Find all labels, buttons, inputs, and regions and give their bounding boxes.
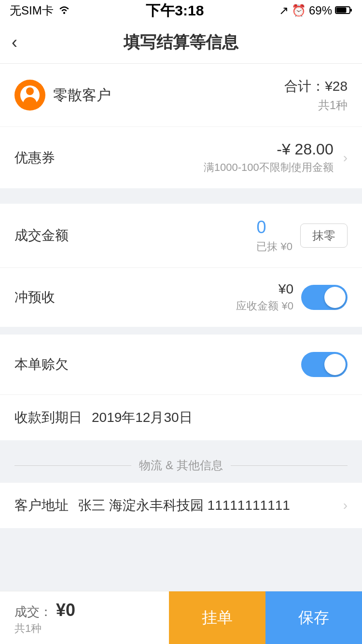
transaction-value[interactable]: 0 (256, 217, 292, 238)
location-icon: ↗ (279, 4, 289, 17)
coupon-stack: -¥ 28.00 满1000-100不限制使用金额 (204, 140, 334, 175)
transaction-value-stack: 0 已抹 ¥0 (256, 217, 292, 254)
section-divider-1 (0, 196, 362, 204)
wifi-icon (57, 4, 71, 17)
transaction-input-group: 0 已抹 ¥0 抹零 (256, 217, 348, 254)
address-value: 张三 海淀永丰科技园 11111111111 (78, 496, 339, 515)
round-zero-button[interactable]: 抹零 (300, 224, 348, 248)
address-row[interactable]: 客户地址 张三 海淀永丰科技园 11111111111 › (0, 483, 362, 528)
battery-icon (335, 4, 352, 17)
coupon-desc: 满1000-100不限制使用金额 (204, 160, 334, 175)
prepay-stack: ¥0 应收金额 ¥0 (236, 281, 293, 313)
debit-label: 本单赊欠 (14, 355, 69, 374)
bottom-bar: 成交： ¥0 共1种 挂单 保存 (0, 591, 362, 644)
battery-level: 69% (309, 4, 332, 17)
customer-right: 合计：¥28 共1种 (284, 77, 348, 113)
transaction-label: 成交金额 (14, 226, 69, 245)
status-time: 下午3:18 (146, 1, 204, 21)
nav-bar: ‹ 填写结算等信息 (0, 21, 362, 64)
coupon-row[interactable]: 优惠券 -¥ 28.00 满1000-100不限制使用金额 › (0, 126, 362, 188)
coupon-right: -¥ 28.00 满1000-100不限制使用金额 › (204, 140, 348, 175)
bottom-count: 共1种 (14, 621, 169, 636)
svg-rect-2 (336, 8, 346, 13)
due-date-label: 收款到期日 (14, 408, 82, 427)
save-button[interactable]: 保存 (265, 591, 362, 644)
prepay-toggle[interactable] (301, 285, 348, 310)
section-divider-2 (0, 327, 362, 335)
debit-toggle-knob (324, 354, 346, 375)
divider-line-right (231, 465, 348, 466)
prepay-sub: 应收金额 ¥0 (236, 299, 293, 313)
coupon-amount: -¥ 28.00 (204, 140, 334, 158)
bottom-buttons: 挂单 保存 (169, 591, 362, 644)
status-bar: 无SIM卡 下午3:18 ↗ ⏰ 69% (0, 0, 362, 21)
total-amount: 合计：¥28 (284, 77, 348, 96)
divider-line-left (14, 465, 131, 466)
avatar-icon (20, 85, 40, 105)
customer-row: 零散客户 合计：¥28 共1种 (0, 64, 362, 126)
debit-row: 本单赊欠 (0, 335, 362, 394)
prepay-amount: ¥0 (236, 281, 293, 297)
alarm-icon: ⏰ (292, 4, 306, 17)
total-count: 共1种 (284, 98, 348, 113)
back-button[interactable]: ‹ (12, 32, 17, 53)
content-area: 零散客户 合计：¥28 共1种 优惠券 -¥ 28.00 满1000-100不限… (0, 64, 362, 594)
due-date-value[interactable]: 2019年12月30日 (92, 408, 193, 427)
sim-status: 无SIM卡 (10, 3, 54, 18)
transaction-section: 成交金额 0 已抹 ¥0 抹零 冲预收 ¥0 应收金额 ¥0 (0, 204, 362, 327)
address-label: 客户地址 (14, 496, 69, 515)
toggle-knob (324, 287, 346, 308)
customer-card: 零散客户 合计：¥28 共1种 优惠券 -¥ 28.00 满1000-100不限… (0, 64, 362, 188)
svg-point-0 (63, 12, 65, 14)
svg-rect-3 (350, 9, 352, 12)
page-title: 填写结算等信息 (124, 31, 238, 54)
prepay-right: ¥0 应收金额 ¥0 (236, 281, 348, 313)
bottom-trans-row: 成交： ¥0 (14, 600, 169, 620)
debit-card: 本单赊欠 收款到期日 2019年12月30日 (0, 335, 362, 440)
logistics-divider: 物流 & 其他信息 (0, 448, 362, 483)
transaction-row: 成交金额 0 已抹 ¥0 抹零 (0, 204, 362, 268)
prepay-row: 冲预收 ¥0 应收金额 ¥0 (0, 268, 362, 327)
prepay-label: 冲预收 (14, 288, 55, 307)
transaction-sub: 已抹 ¥0 (256, 239, 292, 254)
coupon-chevron: › (343, 150, 348, 166)
pending-button[interactable]: 挂单 (169, 591, 265, 644)
due-date-row: 收款到期日 2019年12月30日 (0, 394, 362, 440)
debit-toggle[interactable] (301, 352, 348, 377)
customer-left: 零散客户 (14, 80, 111, 111)
status-right: ↗ ⏰ 69% (279, 4, 352, 17)
address-chevron: › (343, 498, 348, 513)
bottom-trans-label: 成交： (14, 603, 52, 620)
logistics-text: 物流 & 其他信息 (139, 458, 223, 473)
address-card: 客户地址 张三 海淀永丰科技园 11111111111 › (0, 483, 362, 528)
bottom-trans-amount: ¥0 (56, 600, 75, 620)
bottom-info: 成交： ¥0 共1种 (0, 600, 169, 636)
coupon-label: 优惠券 (14, 149, 55, 167)
customer-name: 零散客户 (53, 85, 111, 105)
status-left: 无SIM卡 (10, 3, 71, 18)
customer-avatar (14, 80, 45, 111)
